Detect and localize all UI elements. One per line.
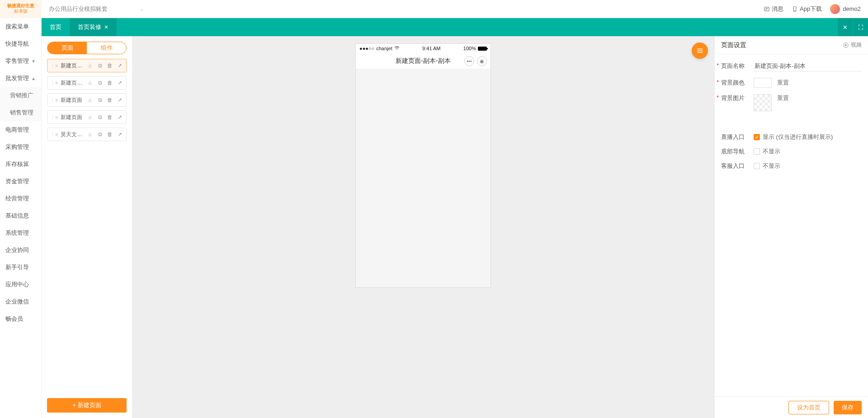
account-set-selector[interactable]: 办公用品行业模拟账套 ⌄ (49, 5, 144, 13)
settings-header: 页面设置 视频 (715, 36, 868, 54)
nav-item[interactable]: 应用中心 (0, 276, 41, 293)
left-nav: 搜索菜单快捷导航零售管理▼批发管理▲营销推广销售管理电商管理采购管理库存核算资金… (0, 18, 42, 418)
page-list-item[interactable]: ⋮≡新建页面⌂⧉🗑↗ (47, 110, 127, 124)
drag-handle-icon[interactable]: ⋮≡ (50, 63, 58, 69)
delete-icon[interactable]: 🗑 (106, 114, 113, 120)
drag-handle-icon[interactable]: ⋮≡ (50, 114, 58, 120)
fullscreen-icon (858, 24, 864, 30)
home-icon[interactable]: ⌂ (86, 131, 94, 138)
home-icon[interactable]: ⌂ (86, 62, 94, 69)
set-home-button[interactable]: 设为首页 (788, 401, 829, 414)
nav-item[interactable]: 批发管理▲ (0, 70, 41, 87)
delete-icon[interactable]: 🗑 (106, 80, 113, 86)
nav-item[interactable]: 企业协同 (0, 242, 41, 259)
drag-handle-icon[interactable]: ⋮≡ (50, 132, 58, 138)
settings-footer: 设为首页 保存 (715, 396, 868, 418)
open-icon[interactable]: ↗ (116, 97, 123, 103)
page-list: ⋮≡新建页面-副本...⌂⧉🗑↗⋮≡新建页面-副本⌂⧉🗑↗⋮≡新建页面⌂⧉🗑↗⋮… (47, 59, 127, 394)
copy-icon[interactable]: ⧉ (96, 62, 104, 69)
nav-item[interactable]: 库存核算 (0, 156, 41, 173)
open-icon[interactable]: ↗ (116, 80, 123, 86)
delete-icon[interactable]: 🗑 (106, 62, 113, 69)
canvas-fab-button[interactable] (692, 43, 708, 59)
field-bg-color: *背景颜色 重置 (721, 78, 862, 88)
user-menu[interactable]: demo2 (830, 4, 861, 14)
page-item-name: 新建页面-副本... (61, 62, 84, 70)
page-item-name: 昊天文具店 (61, 131, 84, 138)
tab-decorate[interactable]: 首页装修 ✕ (70, 18, 117, 36)
copy-icon[interactable]: ⧉ (96, 80, 104, 86)
message-icon (764, 6, 770, 12)
phone-target-icon[interactable]: ◉ (477, 56, 487, 66)
open-icon[interactable]: ↗ (116, 131, 123, 138)
avatar (830, 4, 840, 14)
switch-component[interactable]: 组件 (87, 42, 126, 54)
tab-decorate-label: 首页装修 (78, 23, 101, 31)
header-actions: 消息 App下载 demo2 (764, 4, 861, 14)
page-list-panel: 页面 组件 ⋮≡新建页面-副本...⌂⧉🗑↗⋮≡新建页面-副本⌂⧉🗑↗⋮≡新建页… (42, 36, 132, 418)
new-page-button[interactable]: + 新建页面 (47, 398, 127, 413)
nav-item[interactable]: 系统管理 (0, 224, 41, 242)
home-icon[interactable]: ⌂ (86, 114, 94, 120)
video-help-link[interactable]: 视频 (843, 41, 862, 49)
field-page-name: *页面名称 (721, 61, 862, 71)
nav-item[interactable]: 零售管理▼ (0, 52, 41, 70)
checkbox-unchecked-icon (754, 163, 760, 169)
drag-handle-icon[interactable]: ⋮≡ (50, 97, 58, 103)
service-entry-text: 不显示 (763, 162, 780, 170)
bg-image-reset[interactable]: 重置 (777, 94, 789, 102)
bg-color-reset[interactable]: 重置 (777, 79, 789, 87)
drag-handle-icon[interactable]: ⋮≡ (50, 80, 58, 86)
tabbar-fullscreen-button[interactable] (853, 18, 868, 36)
svg-rect-0 (764, 7, 769, 10)
tab-home[interactable]: 首页 (42, 18, 70, 36)
nav-item[interactable]: 资金管理 (0, 173, 41, 190)
open-icon[interactable]: ↗ (116, 114, 123, 120)
page-list-item[interactable]: ⋮≡新建页面-副本⌂⧉🗑↗ (47, 76, 127, 90)
nav-item[interactable]: 电商管理 (0, 121, 41, 138)
copy-icon[interactable]: ⧉ (96, 131, 104, 138)
messages-link[interactable]: 消息 (764, 5, 783, 13)
page-name-input[interactable] (754, 61, 862, 71)
service-entry-label: 客服入口 (721, 162, 748, 170)
copy-icon[interactable]: ⧉ (96, 114, 104, 120)
phone-more-icon[interactable]: ••• (464, 56, 474, 66)
page-list-item[interactable]: ⋮≡新建页面-副本...⌂⧉🗑↗ (47, 59, 127, 72)
copy-icon[interactable]: ⧉ (96, 97, 104, 103)
nav-item[interactable]: 搜索菜单 (0, 18, 41, 35)
switch-page[interactable]: 页面 (47, 42, 87, 54)
nav-item[interactable]: 经营管理 (0, 190, 41, 207)
service-entry-checkbox[interactable]: 不显示 (754, 162, 780, 170)
tabbar-close-button[interactable]: ✕ (837, 18, 853, 36)
save-button[interactable]: 保存 (834, 401, 862, 414)
top-header: 畅捷通好生意 标准版 办公用品行业模拟账套 ⌄ 消息 App下载 demo2 (0, 0, 868, 18)
bg-image-picker[interactable] (754, 94, 772, 111)
home-icon[interactable]: ⌂ (86, 97, 94, 103)
delete-icon[interactable]: 🗑 (106, 131, 113, 138)
live-entry-checkbox[interactable]: ✓ 显示 (仅当进行直播时展示) (754, 133, 833, 141)
phone-preview: ●●●○○ chanjet 9:41 AM 100% (355, 43, 491, 288)
page-list-item[interactable]: ⋮≡昊天文具店⌂⧉🗑↗ (47, 128, 127, 141)
nav-subitem[interactable]: 营销推广 (0, 87, 41, 104)
bg-color-swatch[interactable] (754, 78, 772, 88)
phone-title-text: 新建页面-副本-副本 (396, 57, 450, 65)
carrier-label: chanjet (376, 46, 392, 51)
nav-item[interactable]: 快捷导航 (0, 35, 41, 52)
nav-item[interactable]: 企业微信 (0, 293, 41, 310)
field-service-entry: 客服入口 不显示 (721, 162, 862, 170)
nav-item[interactable]: 畅会员 (0, 310, 41, 328)
app-download-link[interactable]: App下载 (792, 5, 822, 13)
close-icon[interactable]: ✕ (104, 24, 108, 30)
nav-item[interactable]: 基础信息 (0, 207, 41, 224)
logo-name: 畅捷通好生意 (7, 4, 34, 8)
nav-subitem[interactable]: 销售管理 (0, 104, 41, 121)
delete-icon[interactable]: 🗑 (106, 97, 113, 103)
nav-item[interactable]: 采购管理 (0, 138, 41, 156)
page-list-item[interactable]: ⋮≡新建页面⌂⧉🗑↗ (47, 93, 127, 107)
nav-item[interactable]: 新手引导 (0, 259, 41, 276)
phone-icon (792, 6, 798, 12)
bottom-nav-checkbox[interactable]: 不显示 (754, 147, 780, 156)
page-item-name: 新建页面 (61, 114, 84, 121)
home-icon[interactable]: ⌂ (86, 80, 94, 86)
open-icon[interactable]: ↗ (116, 62, 123, 69)
